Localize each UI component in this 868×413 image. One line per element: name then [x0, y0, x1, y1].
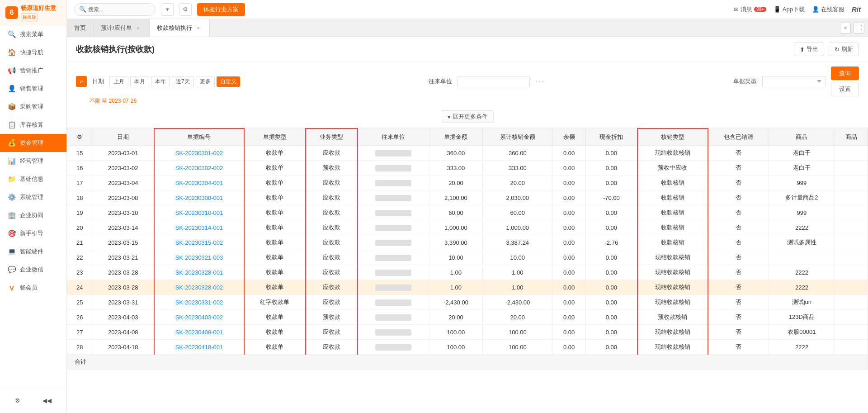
sidebar-item-basic[interactable]: 📁 基础信息	[0, 170, 66, 188]
counterpart-input[interactable]	[458, 76, 530, 87]
content-header: 收款核销执行(按收款) ⬆ 导出 ↻ 刷新	[67, 37, 868, 62]
table-row[interactable]: 20 2023-03-14 SK-20230314-001 收款单 应收款 1,…	[67, 220, 868, 235]
cell-order-no[interactable]: SK-20230418-001	[154, 340, 244, 355]
cell-order-no[interactable]: SK-20230301-002	[154, 146, 244, 161]
sidebar-item-system[interactable]: ⚙️ 系统管理	[0, 188, 66, 206]
th-included[interactable]: 包含已结清	[708, 128, 769, 146]
cell-product2	[835, 325, 868, 340]
operations-icon: 📊	[7, 157, 16, 166]
tab-maximize-btn[interactable]: ⛶	[854, 23, 864, 33]
topbar-search-input[interactable]	[88, 6, 142, 13]
cell-amount: 3,390.00	[429, 235, 482, 250]
cell-date: 2023-03-15	[92, 235, 154, 250]
th-settings[interactable]: ⚙	[67, 128, 92, 146]
expand-more-btn[interactable]: ▾ 展开更多条件	[442, 110, 494, 123]
refresh-button[interactable]: ↻ 刷新	[829, 43, 859, 56]
date-this-month-btn[interactable]: 本月	[130, 76, 149, 87]
table-row[interactable]: 25 2023-03-31 SK-20230331-002 红字收款单 应收款 …	[67, 295, 868, 310]
th-counterpart[interactable]: 往来单位	[358, 128, 429, 146]
tab-close-all-btn[interactable]: ×	[840, 23, 851, 33]
th-date[interactable]: 日期	[92, 128, 154, 146]
th-cumulative[interactable]: 累计核销金额	[483, 128, 552, 146]
th-balance[interactable]: 余额	[552, 128, 585, 146]
cell-order-no[interactable]: SK-20230302-002	[154, 161, 244, 176]
table-row[interactable]: 16 2023-03-02 SK-20230302-002 收款单 预收款 33…	[67, 161, 868, 176]
date-buttons: 上月 本月 本年 近7天 更多 自定义	[109, 76, 240, 87]
collapse-item[interactable]: ◀◀	[38, 394, 56, 407]
tab-prepay[interactable]: 预计/应付单 ×	[94, 19, 150, 37]
sidebar-item-enterprise[interactable]: 🏢 企业协同	[0, 206, 66, 224]
cell-order-no[interactable]: SK-20230304-001	[154, 176, 244, 190]
tab-collection[interactable]: 收款核销执行 ×	[150, 19, 210, 37]
table-row[interactable]: 22 2023-03-21 SK-20230321-003 收款单 应收款 10…	[67, 250, 868, 265]
th-product1[interactable]: 商品	[769, 128, 835, 146]
th-discount[interactable]: 现金折扣	[585, 128, 637, 146]
cell-order-no[interactable]: SK-20230328-001	[154, 265, 244, 280]
sidebar-item-wechat[interactable]: 💬 企业微信	[0, 261, 66, 279]
messages-btn[interactable]: ✉ 消息 99+	[734, 5, 766, 14]
sidebar-item-sales[interactable]: 👤 销售管理	[0, 80, 66, 98]
cell-order-no[interactable]: SK-20230331-002	[154, 295, 244, 310]
th-receipt-type[interactable]: 单据类型	[244, 128, 306, 146]
cell-order-no[interactable]: SK-20230321-003	[154, 250, 244, 265]
filter-settings-button[interactable]: 设置	[831, 82, 859, 96]
cell-order-no[interactable]: SK-20230314-001	[154, 220, 244, 235]
date-this-year-btn[interactable]: 本年	[151, 76, 170, 87]
sidebar-item-search[interactable]: 🔍 搜索菜单	[0, 25, 66, 43]
sidebar-item-guide[interactable]: 🎯 新手引导	[0, 224, 66, 242]
sidebar-item-inventory[interactable]: 📋 库存核算	[0, 116, 66, 134]
th-cancel-type[interactable]: 核销类型	[637, 128, 708, 146]
tab-collection-close[interactable]: ×	[195, 24, 202, 32]
cell-order-no[interactable]: SK-20230403-002	[154, 310, 244, 325]
query-button[interactable]: 查询	[831, 66, 859, 80]
receipt-type-select[interactable]	[762, 76, 826, 87]
date-last-month-btn[interactable]: 上月	[109, 76, 128, 87]
th-product2[interactable]: 商品	[835, 128, 868, 146]
filter-expand-arrow[interactable]: »	[76, 76, 87, 87]
cell-order-no[interactable]: SK-20230315-002	[154, 235, 244, 250]
topbar-chevron-btn[interactable]: ▾	[161, 3, 174, 16]
date-more-btn[interactable]: 更多	[196, 76, 215, 87]
tabbar-actions: × ⛶	[840, 19, 868, 37]
tab-home[interactable]: 首页	[67, 19, 94, 37]
date-custom-btn[interactable]: 自定义	[217, 76, 240, 87]
table-row[interactable]: 15 2023-03-01 SK-20230301-002 收款单 应收款 36…	[67, 146, 868, 161]
table-row[interactable]: 18 2023-03-08 SK-20230308-001 收款单 应收款 2,…	[67, 190, 868, 205]
solution-button[interactable]: 体验行业方案	[197, 3, 245, 16]
sidebar-item-purchase[interactable]: 📦 采购管理	[0, 98, 66, 116]
cell-order-no[interactable]: SK-20230328-002	[154, 280, 244, 295]
cell-discount: 0.00	[585, 340, 637, 355]
sidebar-item-finance[interactable]: 💰 资金管理	[0, 134, 66, 152]
table-row[interactable]: 17 2023-03-04 SK-20230304-001 收款单 应收款 20…	[67, 176, 868, 190]
sidebar-item-marketing[interactable]: 📢 营销推广	[0, 62, 66, 80]
th-amount[interactable]: 单据金额	[429, 128, 482, 146]
table-row[interactable]: 28 2023-04-18 SK-20230418-001 收款单 应收款 10…	[67, 340, 868, 355]
sidebar-item-member[interactable]: V 畅会员	[0, 279, 66, 297]
sidebar-item-hardware[interactable]: 💻 智能硬件	[0, 242, 66, 261]
settings-item[interactable]: ⚙	[10, 394, 25, 407]
table-row[interactable]: 26 2023-04-03 SK-20230403-002 收款单 预收款 20…	[67, 310, 868, 325]
data-table-wrap[interactable]: ⚙ 日期 单据编号 单据类型 业务类型 往来单位 单据金额 累计核销金额 余额 …	[67, 128, 868, 413]
table-row[interactable]: 24 2023-03-28 SK-20230328-002 收款单 应收款 1.…	[67, 280, 868, 295]
table-row[interactable]: 19 2023-03-10 SK-20230310-001 收款单 应收款 60…	[67, 205, 868, 220]
cell-order-no[interactable]: SK-20230310-001	[154, 205, 244, 220]
topbar-gear-btn[interactable]: ⚙	[179, 3, 192, 16]
online-service-btn[interactable]: 👤 在线客服	[812, 5, 844, 14]
table-row[interactable]: 27 2023-04-08 SK-20230408-001 收款单 应收款 10…	[67, 325, 868, 340]
cell-order-no[interactable]: SK-20230308-001	[154, 190, 244, 205]
table-row[interactable]: 23 2023-03-28 SK-20230328-001 收款单 应收款 1.…	[67, 265, 868, 280]
app-download-btn[interactable]: 📱 App下载	[774, 5, 805, 14]
th-biz-type[interactable]: 业务类型	[306, 128, 358, 146]
cell-amount: -2,430.00	[429, 295, 482, 310]
cell-counterpart	[358, 265, 429, 280]
export-button[interactable]: ⬆ 导出	[794, 43, 824, 56]
cell-included: 否	[708, 340, 769, 355]
sidebar-item-quicknav[interactable]: 🏠 快捷导航	[0, 43, 66, 62]
date-7days-btn[interactable]: 近7天	[172, 76, 194, 87]
th-order-no[interactable]: 单据编号	[154, 128, 244, 146]
cell-order-no[interactable]: SK-20230408-001	[154, 325, 244, 340]
sidebar-item-operations[interactable]: 📊 经营管理	[0, 152, 66, 170]
user-name[interactable]: Rit	[852, 5, 861, 13]
tab-prepay-close[interactable]: ×	[135, 24, 142, 32]
table-row[interactable]: 21 2023-03-15 SK-20230315-002 收款单 应收款 3,…	[67, 235, 868, 250]
